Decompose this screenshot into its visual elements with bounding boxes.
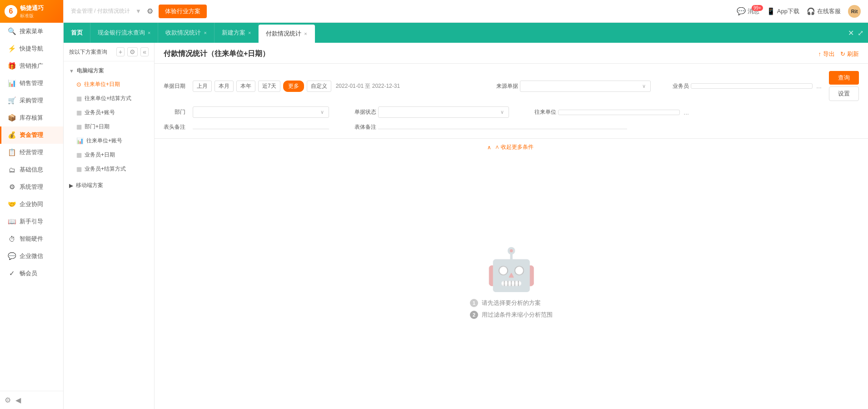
- message-area[interactable]: 💬 消息 99+: [737, 7, 759, 15]
- sidebar-footer: ⚙ ◀: [0, 391, 63, 409]
- app-download[interactable]: 📱 App下载: [767, 7, 799, 15]
- dept-label: 部门: [164, 108, 185, 116]
- topbar-settings-icon[interactable]: ⚙: [147, 7, 153, 15]
- sidebar-item-basic[interactable]: 🗂 基础信息: [0, 161, 63, 178]
- logo-text: 畅捷通巧 标准版: [20, 4, 44, 19]
- filter-settings-btn[interactable]: 设置: [829, 86, 859, 101]
- partner-more-btn[interactable]: ...: [683, 109, 689, 116]
- main-area: 资金管理 / 付款情况统计 ▼ ⚙ 体验行业方案 💬 消息 99+ 📱 App下…: [64, 0, 868, 409]
- note-header-input[interactable]: [193, 125, 329, 129]
- sidebar-item-purchase[interactable]: 🛒 采购管理: [0, 92, 63, 109]
- source-select[interactable]: ∨: [520, 81, 651, 92]
- tip-num-1: 1: [470, 299, 478, 307]
- date-label: 单据日期: [164, 82, 185, 90]
- sidebar-item-vip[interactable]: ✓ 畅会员: [0, 265, 63, 282]
- empty-tips: 1 请先选择要分析的方案 2 用过滤条件来缩小分析范围: [470, 299, 553, 319]
- note-header-label: 表头备注: [164, 123, 185, 131]
- scheme-item-salesman-account[interactable]: ▦ 业务员+账号: [64, 106, 154, 120]
- source-arrow-icon: ∨: [642, 83, 646, 89]
- online-service[interactable]: 🎧 在线客服: [807, 7, 841, 15]
- tab-cash-close[interactable]: ×: [148, 30, 150, 35]
- footer-settings-btn[interactable]: ⚙: [5, 396, 11, 404]
- doc-status-select[interactable]: ∨: [378, 106, 509, 118]
- sidebar-item-system[interactable]: ⚙ 系统管理: [0, 178, 63, 196]
- sidebar-item-biz[interactable]: 📋 经营管理: [0, 144, 63, 161]
- query-btn[interactable]: 查询: [829, 71, 859, 85]
- add-scheme-btn[interactable]: +: [116, 47, 125, 56]
- scheme-header: 按以下方案查询 + ⚙ «: [64, 43, 154, 61]
- filter-row-2: 部门 ∨ 单据状态 ∨ 往来单位: [164, 106, 859, 118]
- mobile-arrow-icon: ▶: [69, 182, 73, 189]
- last-month-btn[interactable]: 上月: [193, 81, 212, 92]
- tab-cash[interactable]: 现金银行流水查询 ×: [90, 23, 158, 43]
- tab-close-all-btn[interactable]: ✕: [848, 29, 854, 37]
- sidebar-item-marketing[interactable]: 🎁 营销推广: [0, 57, 63, 75]
- sidebar-item-quick[interactable]: ⚡ 快捷导航: [0, 40, 63, 57]
- note-body-input[interactable]: [378, 125, 627, 129]
- export-btn[interactable]: ↑ 导出: [818, 50, 835, 58]
- sidebar-item-guide[interactable]: 📖 新手引导: [0, 213, 63, 230]
- corp-icon: 🤝: [8, 200, 16, 208]
- sidebar-item-corp[interactable]: 🤝 企业协同: [0, 196, 63, 213]
- salesman-input[interactable]: [691, 83, 813, 89]
- sidebar-item-finance[interactable]: 💰 资金管理: [0, 126, 63, 144]
- empty-state: 🤖 1 请先选择要分析的方案 2 用过滤条件来缩小分析范围: [155, 156, 868, 409]
- dept-arrow-icon: ∨: [320, 109, 324, 115]
- quick-icon: ⚡: [8, 45, 16, 53]
- headset-icon: 🎧: [807, 7, 815, 15]
- scheme-item-dept-date[interactable]: ▦ 部门+日期: [64, 120, 154, 134]
- custom-date-btn[interactable]: 自定义: [307, 81, 331, 92]
- scheme-settings-btn[interactable]: ⚙: [127, 47, 138, 56]
- this-year-btn[interactable]: 本年: [236, 81, 255, 92]
- tab-home[interactable]: 首页: [64, 23, 90, 43]
- tabbar-right: ✕ ⤢: [843, 23, 868, 43]
- content-area: 按以下方案查询 + ⚙ « ▼ 电脑端方案 ⊙ 往来单位+日期 ▦: [64, 43, 868, 409]
- note-body-label: 表体备注: [354, 123, 376, 131]
- sidebar-nav: 🔍 搜索菜单 ⚡ 快捷导航 🎁 营销推广 📊 销售管理 🛒 采购管理 📦 库存核…: [0, 23, 63, 391]
- scheme-collapse-btn[interactable]: «: [140, 47, 149, 56]
- last-7-days-btn[interactable]: 近7天: [258, 81, 280, 92]
- search-icon: 🔍: [8, 27, 16, 35]
- page-header-actions: ↑ 导出 ↻ 刷新: [818, 50, 859, 58]
- scheme-item-partner-date[interactable]: ⊙ 往来单位+日期: [64, 77, 154, 91]
- collapse-more-btn[interactable]: ∧ ∧ 收起更多条件: [155, 139, 868, 156]
- mobile-section[interactable]: ▶ 移动端方案: [64, 179, 154, 192]
- sidebar-item-search[interactable]: 🔍 搜索菜单: [0, 23, 63, 40]
- tab-receipts-close[interactable]: ×: [204, 30, 206, 35]
- scheme-item-salesman-settlement[interactable]: ▦ 业务员+结算方式: [64, 162, 154, 176]
- active-scheme-icon: ⊙: [76, 81, 81, 88]
- desktop-section-title[interactable]: ▼ 电脑端方案: [64, 64, 154, 77]
- tab-new-scheme-close[interactable]: ×: [248, 30, 251, 35]
- refresh-btn[interactable]: ↻ 刷新: [840, 50, 859, 58]
- scheme-icon-7: ▦: [76, 166, 82, 172]
- salesman-more-btn[interactable]: ...: [816, 82, 822, 90]
- partner-input[interactable]: [558, 110, 680, 115]
- partner-label: 往来单位: [534, 108, 556, 116]
- scheme-icon-2: ▦: [76, 95, 82, 102]
- desktop-section: ▼ 电脑端方案 ⊙ 往来单位+日期 ▦ 往来单位+结算方式 ▦ 业务员+账号 ▦: [64, 61, 154, 179]
- tab-maximize-btn[interactable]: ⤢: [858, 29, 863, 37]
- sidebar-item-sales[interactable]: 📊 销售管理: [0, 75, 63, 92]
- scheme-item-salesman-date[interactable]: ▦ 业务员+日期: [64, 148, 154, 162]
- dept-select[interactable]: ∨: [193, 106, 329, 118]
- scheme-item-partner-account[interactable]: 📊 往来单位+账号: [64, 134, 154, 148]
- tab-payment[interactable]: 付款情况统计 ×: [259, 25, 314, 43]
- sidebar-item-inventory[interactable]: 📦 库存核算: [0, 109, 63, 126]
- tab-payment-close[interactable]: ×: [304, 31, 307, 36]
- footer-collapse-btn[interactable]: ◀: [15, 396, 21, 404]
- more-dates-btn[interactable]: 更多: [283, 81, 304, 92]
- breadcrumb-dropdown[interactable]: ▼: [135, 8, 141, 15]
- refresh-icon: ↻: [840, 50, 845, 57]
- trial-btn[interactable]: 体验行业方案: [159, 5, 207, 18]
- message-icon: 💬: [737, 7, 746, 15]
- sidebar-item-hardware[interactable]: ⏱ 智能硬件: [0, 230, 63, 247]
- tab-receipts[interactable]: 收款情况统计 ×: [158, 23, 214, 43]
- this-month-btn[interactable]: 本月: [215, 81, 234, 92]
- user-avatar[interactable]: Rit: [848, 5, 861, 18]
- scheme-item-partner-settlement[interactable]: ▦ 往来单位+结算方式: [64, 91, 154, 106]
- sidebar-item-wechat[interactable]: 💬 企业微信: [0, 247, 63, 265]
- filter-area: 单据日期 上月 本月 本年 近7天 更多 自定义 2022-01-01 至 20…: [155, 64, 868, 139]
- basic-icon: 🗂: [8, 166, 16, 174]
- main-right-content: 付款情况统计（往来单位+日期） ↑ 导出 ↻ 刷新 单据日期: [155, 43, 868, 409]
- tab-new-scheme[interactable]: 新建方案 ×: [215, 23, 259, 43]
